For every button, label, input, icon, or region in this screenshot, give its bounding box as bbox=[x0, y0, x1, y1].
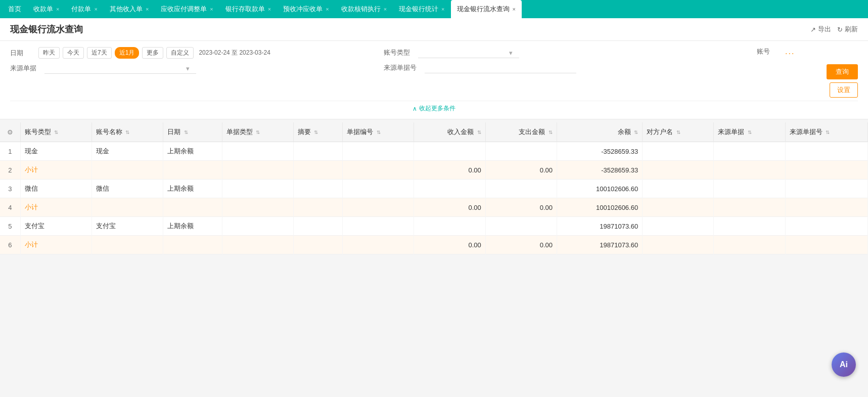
col-date[interactable]: 日期 ⇅ bbox=[163, 122, 222, 142]
query-button[interactable]: 查询 bbox=[827, 64, 858, 79]
account-type-row: 账号类型 ▾ bbox=[384, 47, 745, 58]
chevron-down-icon-2[interactable]: ▾ bbox=[509, 49, 513, 57]
row-num: 2 bbox=[0, 161, 20, 180]
col-counterpart[interactable]: 对方户名 ⇅ bbox=[643, 122, 714, 142]
account-type-input[interactable] bbox=[418, 47, 519, 58]
row-balance: 100102606.60 bbox=[557, 180, 643, 198]
row-balance: -3528659.33 bbox=[557, 161, 643, 180]
date-filter-row: 日期 昨天 今天 近7天 近1月 更多 自定义 2023-02-24 至 202… bbox=[10, 47, 372, 59]
row-balance: 100102606.60 bbox=[557, 198, 643, 217]
nav-home[interactable]: 首页 bbox=[2, 0, 27, 18]
sort-icon[interactable]: ⇅ bbox=[549, 129, 553, 135]
sort-icon[interactable]: ⇅ bbox=[125, 129, 129, 135]
refresh-button[interactable]: ↻ 刷新 bbox=[837, 25, 858, 34]
row-doc-type bbox=[222, 180, 293, 198]
row-date bbox=[163, 161, 222, 180]
sort-icon[interactable]: ⇅ bbox=[184, 129, 188, 135]
settings-button[interactable]: 设置 bbox=[830, 82, 858, 98]
chevron-down-icon[interactable]: ▾ bbox=[186, 65, 190, 72]
row-balance: 19871073.60 bbox=[557, 236, 643, 254]
col-doc-no[interactable]: 单据编号 ⇅ bbox=[343, 122, 414, 142]
sort-icon[interactable]: ⇅ bbox=[477, 129, 481, 135]
sort-icon[interactable]: ⇅ bbox=[676, 129, 680, 135]
collapse-icon: ∧ bbox=[413, 105, 417, 112]
col-expense[interactable]: 支出金额 ⇅ bbox=[485, 122, 557, 142]
export-button[interactable]: ↗ 导出 bbox=[810, 25, 831, 34]
nav-verify[interactable]: 收款核销执行 × bbox=[335, 0, 393, 18]
row-doc-type bbox=[222, 161, 293, 180]
row-account-name: 微信 bbox=[92, 180, 163, 198]
nav-bank-deposit[interactable]: 银行存取款单 × bbox=[219, 0, 277, 18]
row-account-type: 小计 bbox=[20, 161, 92, 180]
sort-icon[interactable]: ⇅ bbox=[634, 129, 638, 135]
row-income bbox=[414, 217, 485, 236]
date-1month[interactable]: 近1月 bbox=[115, 47, 140, 59]
nav-payment[interactable]: 付款单 × bbox=[65, 0, 103, 18]
sort-icon[interactable]: ⇅ bbox=[826, 129, 830, 135]
source-doc-no-row: 来源单据号 bbox=[384, 62, 745, 73]
sort-icon[interactable]: ⇅ bbox=[256, 129, 260, 135]
row-date: 上期余额 bbox=[163, 217, 222, 236]
close-icon[interactable]: × bbox=[513, 6, 516, 12]
row-doc-no bbox=[343, 236, 414, 254]
close-icon[interactable]: × bbox=[210, 6, 213, 12]
sort-icon[interactable]: ⇅ bbox=[314, 129, 318, 135]
col-source-doc[interactable]: 来源单据 ⇅ bbox=[714, 122, 785, 142]
col-balance[interactable]: 余额 ⇅ bbox=[557, 122, 643, 142]
row-doc-type bbox=[222, 217, 293, 236]
row-account-type: 微信 bbox=[20, 180, 92, 198]
row-account-type: 小计 bbox=[20, 236, 92, 254]
row-counterpart bbox=[643, 142, 714, 161]
date-yesterday[interactable]: 昨天 bbox=[38, 47, 60, 59]
col-summary[interactable]: 摘要 ⇅ bbox=[293, 122, 342, 142]
nav-advance[interactable]: 预收冲应收单 × bbox=[277, 0, 335, 18]
date-more[interactable]: 更多 bbox=[142, 47, 163, 59]
nav-cash-stats[interactable]: 现金银行统计 × bbox=[393, 0, 450, 18]
row-account-name bbox=[92, 161, 163, 180]
row-account-type: 支付宝 bbox=[20, 217, 92, 236]
row-summary bbox=[293, 217, 342, 236]
row-source-doc bbox=[714, 161, 785, 180]
source-doc-no-input[interactable] bbox=[425, 62, 576, 73]
sort-icon[interactable]: ⇅ bbox=[748, 129, 752, 135]
close-icon[interactable]: × bbox=[94, 6, 97, 12]
nav-adjust[interactable]: 应收应付调整单 × bbox=[155, 0, 219, 18]
col-account-type[interactable]: 账号类型 ⇅ bbox=[20, 122, 92, 142]
row-num: 4 bbox=[0, 198, 20, 217]
row-account-type: 小计 bbox=[20, 198, 92, 217]
source-doc-input[interactable] bbox=[44, 63, 196, 74]
date-7days[interactable]: 近7天 bbox=[87, 47, 112, 59]
header-actions: ↗ 导出 ↻ 刷新 bbox=[810, 25, 858, 34]
nav-other-income[interactable]: 其他收入单 × bbox=[104, 0, 155, 18]
nav-cash-flow[interactable]: 现金银行流水查询 × bbox=[451, 0, 522, 18]
close-icon[interactable]: × bbox=[384, 6, 387, 12]
col-doc-type[interactable]: 单据类型 ⇅ bbox=[222, 122, 293, 142]
row-expense bbox=[485, 142, 557, 161]
collapse-bar[interactable]: ∧ 收起更多条件 bbox=[10, 101, 858, 113]
row-summary bbox=[293, 198, 342, 217]
page-header: 现金银行流水查询 ↗ 导出 ↻ 刷新 bbox=[0, 18, 868, 41]
table-row: 6小计0.000.0019871073.60 bbox=[0, 236, 868, 254]
page-title: 现金银行流水查询 bbox=[10, 23, 83, 35]
sort-icon[interactable]: ⇅ bbox=[377, 129, 381, 135]
col-income[interactable]: 收入金额 ⇅ bbox=[414, 122, 485, 142]
col-source-doc-no[interactable]: 来源单据号 ⇅ bbox=[785, 122, 867, 142]
gear-icon[interactable]: ⚙ bbox=[7, 128, 13, 136]
refresh-icon: ↻ bbox=[837, 26, 843, 33]
row-date: 上期余额 bbox=[163, 180, 222, 198]
row-summary bbox=[293, 236, 342, 254]
sort-icon[interactable]: ⇅ bbox=[54, 129, 58, 135]
col-account-name[interactable]: 账号名称 ⇅ bbox=[92, 122, 163, 142]
row-summary bbox=[293, 142, 342, 161]
close-icon[interactable]: × bbox=[268, 6, 271, 12]
date-today[interactable]: 今天 bbox=[63, 47, 84, 59]
close-icon[interactable]: × bbox=[146, 6, 149, 12]
close-icon[interactable]: × bbox=[326, 6, 329, 12]
col-settings[interactable]: ⚙ bbox=[0, 122, 20, 142]
close-icon[interactable]: × bbox=[56, 6, 59, 12]
close-icon[interactable]: × bbox=[441, 6, 444, 12]
nav-receipt[interactable]: 收款单 × bbox=[27, 0, 65, 18]
account-row: 账号 ... bbox=[757, 47, 858, 56]
date-custom[interactable]: 自定义 bbox=[166, 47, 194, 59]
account-dots[interactable]: ... bbox=[785, 47, 795, 56]
